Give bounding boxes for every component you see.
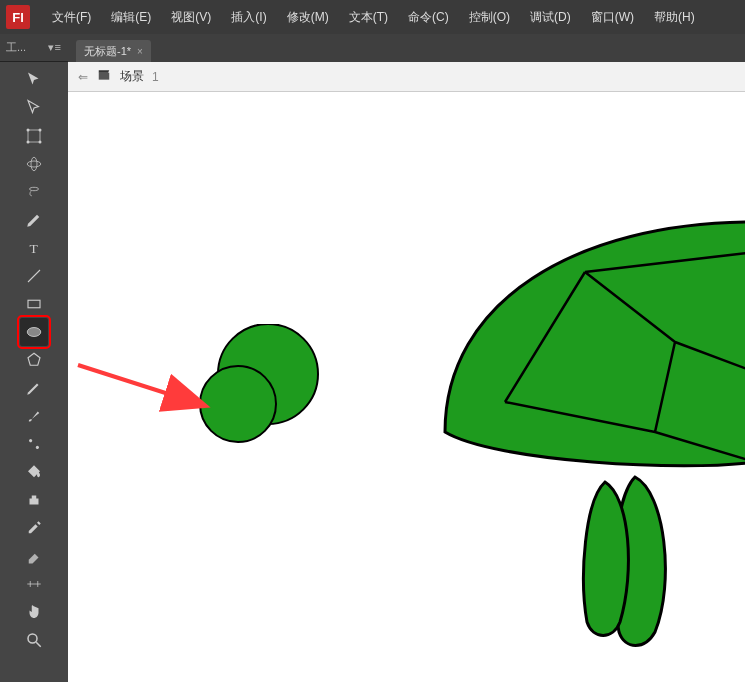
panel-menu-icon[interactable]: ▾≡ [48,41,62,54]
toolbox: T [0,62,68,682]
svg-point-3 [27,141,30,144]
brush-tool[interactable] [20,402,48,430]
menu-insert[interactable]: 插入(I) [221,0,276,34]
menu-text[interactable]: 文本(T) [339,0,398,34]
menu-command[interactable]: 命令(C) [398,0,459,34]
subselection-tool[interactable] [20,94,48,122]
pen-tool[interactable] [20,206,48,234]
svg-point-15 [200,366,276,442]
selection-tool[interactable] [20,66,48,94]
lasso-tool[interactable] [20,178,48,206]
pencil-tool[interactable] [20,374,48,402]
menu-control[interactable]: 控制(O) [459,0,520,34]
menu-help[interactable]: 帮助(H) [644,0,705,34]
svg-point-1 [27,129,30,132]
oval-tool[interactable] [20,318,48,346]
menu-modify[interactable]: 修改(M) [277,0,339,34]
turtle-leg-shape[interactable] [575,472,695,655]
zoom-tool[interactable] [20,626,48,654]
scene-back-icon[interactable]: ⇐ [78,70,88,84]
svg-point-4 [39,141,42,144]
bone-tool[interactable] [20,430,48,458]
rectangle-tool[interactable] [20,290,48,318]
svg-point-2 [39,129,42,132]
document-tab[interactable]: 无标题-1* × [76,40,151,62]
svg-point-5 [27,161,41,167]
turtle-head-shape[interactable] [198,324,328,457]
svg-rect-9 [28,300,40,308]
svg-point-6 [31,157,37,171]
scene-label[interactable]: 场景 [120,68,144,85]
eraser-tool[interactable] [20,542,48,570]
menu-debug[interactable]: 调试(D) [520,0,581,34]
svg-text:T: T [30,241,39,256]
svg-line-16 [78,365,203,405]
menu-window[interactable]: 窗口(W) [581,0,644,34]
tools-panel-header: 工... ▾≡ [0,34,68,62]
svg-rect-0 [28,130,40,142]
svg-point-10 [27,328,41,337]
line-tool[interactable] [20,262,48,290]
turtle-shell-shape[interactable] [435,212,745,515]
document-tabbar: 无标题-1* × [68,34,745,62]
hand-tool[interactable] [20,598,48,626]
3d-rotation-tool[interactable] [20,150,48,178]
svg-marker-11 [28,353,40,365]
tools-panel-title: 工... [6,40,26,55]
menubar: Fl 文件(F) 编辑(E) 视图(V) 插入(I) 修改(M) 文本(T) 命… [0,0,745,34]
tab-title: 无标题-1* [84,44,131,59]
svg-line-13 [36,642,41,647]
svg-line-8 [28,270,40,282]
scene-number: 1 [152,70,159,84]
tab-close-icon[interactable]: × [137,46,143,57]
scene-bar: ⇐ 场景 1 [68,62,745,92]
menu-file[interactable]: 文件(F) [42,0,101,34]
scene-clapper-icon [96,68,112,85]
text-tool[interactable]: T [20,234,48,262]
stage-canvas[interactable] [68,92,745,682]
free-transform-tool[interactable] [20,122,48,150]
polystar-tool[interactable] [20,346,48,374]
svg-point-12 [28,634,37,643]
ink-bottle-tool[interactable] [20,486,48,514]
app-logo: Fl [6,5,30,29]
paint-bucket-tool[interactable] [20,458,48,486]
eyedropper-tool[interactable] [20,514,48,542]
menu-view[interactable]: 视图(V) [161,0,221,34]
menu-edit[interactable]: 编辑(E) [101,0,161,34]
width-tool[interactable] [20,570,48,598]
